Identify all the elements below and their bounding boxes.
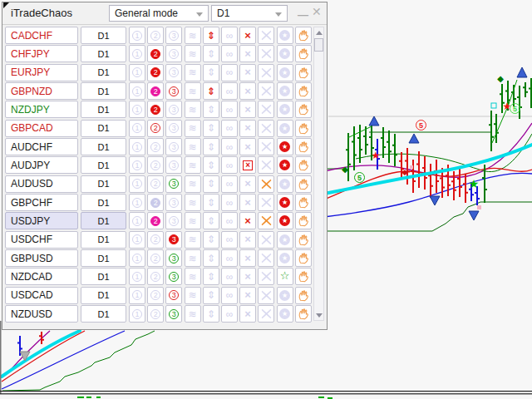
icon-cross[interactable] bbox=[258, 287, 274, 304]
icon-signal-1[interactable]: 1 bbox=[129, 305, 145, 323]
icon-hand[interactable] bbox=[295, 138, 312, 155]
icon-updown-arrows[interactable]: ⇕ bbox=[203, 212, 219, 229]
icon-close-x[interactable]: × bbox=[239, 268, 256, 285]
icon-close-x[interactable]: × bbox=[239, 138, 256, 155]
icon-star[interactable]: ★ bbox=[277, 249, 293, 267]
icon-updown-arrows[interactable]: ⇕ bbox=[203, 231, 219, 249]
icon-hand[interactable] bbox=[295, 45, 312, 62]
icon-waves[interactable]: ≋ bbox=[185, 82, 201, 100]
icon-updown-arrows[interactable]: ⇕ bbox=[203, 175, 219, 193]
icon-close-x[interactable]: × bbox=[239, 212, 256, 229]
icon-signal-2[interactable]: 2 bbox=[147, 305, 164, 323]
icon-updown-arrows[interactable]: ⇕ bbox=[203, 305, 219, 323]
icon-signal-1[interactable]: 1 bbox=[129, 156, 145, 174]
icon-signal-3[interactable]: 3 bbox=[165, 64, 182, 81]
icon-hand[interactable] bbox=[295, 64, 312, 81]
timeframe-cell[interactable]: D1 bbox=[81, 212, 126, 229]
icon-waves[interactable]: ≋ bbox=[185, 175, 201, 193]
pair-cell[interactable]: GBPCAD bbox=[5, 120, 78, 137]
icon-chain[interactable]: ∞ bbox=[221, 64, 238, 81]
icon-star[interactable]: ★ bbox=[277, 212, 293, 229]
timeframe-cell[interactable]: D1 bbox=[81, 156, 126, 174]
icon-cross[interactable] bbox=[258, 305, 274, 323]
icon-signal-1[interactable]: 1 bbox=[129, 175, 145, 193]
icon-updown-arrows[interactable]: ⇕ bbox=[203, 82, 219, 100]
icon-signal-1[interactable]: 1 bbox=[129, 268, 145, 285]
pair-cell[interactable]: AUDUSD bbox=[5, 175, 78, 193]
icon-signal-1[interactable]: 1 bbox=[129, 231, 145, 249]
icon-star[interactable]: ★ bbox=[277, 231, 293, 249]
icon-waves[interactable]: ≋ bbox=[185, 305, 201, 323]
icon-signal-3[interactable]: 3 bbox=[165, 287, 182, 304]
timeframe-cell[interactable]: D1 bbox=[81, 120, 126, 137]
icon-signal-2[interactable]: 2 bbox=[147, 268, 164, 285]
icon-signal-3[interactable]: 3 bbox=[165, 268, 182, 285]
icon-hand[interactable] bbox=[295, 231, 312, 249]
icon-signal-1[interactable]: 1 bbox=[129, 101, 145, 118]
icon-updown-arrows[interactable]: ⇕ bbox=[203, 138, 219, 155]
icon-hand[interactable] bbox=[295, 175, 312, 193]
icon-star[interactable]: ★ bbox=[277, 287, 293, 304]
timeframe-cell[interactable]: D1 bbox=[81, 249, 126, 267]
icon-signal-3[interactable]: 3 bbox=[165, 138, 182, 155]
icon-hand[interactable] bbox=[295, 27, 312, 44]
icon-signal-1[interactable]: 1 bbox=[129, 120, 145, 137]
icon-signal-1[interactable]: 1 bbox=[129, 45, 145, 62]
pair-cell[interactable]: USDCHF bbox=[5, 231, 78, 249]
icon-waves[interactable]: ≋ bbox=[185, 101, 201, 118]
icon-star[interactable]: ★ bbox=[277, 138, 293, 155]
icon-waves[interactable]: ≋ bbox=[185, 249, 201, 267]
icon-signal-2[interactable]: 2 bbox=[147, 120, 164, 137]
icon-cross[interactable] bbox=[258, 45, 274, 62]
icon-cross[interactable] bbox=[258, 212, 274, 229]
icon-signal-1[interactable]: 1 bbox=[129, 194, 145, 211]
icon-updown-arrows[interactable]: ⇕ bbox=[203, 156, 219, 174]
timeframe-cell[interactable]: D1 bbox=[81, 175, 126, 193]
icon-chain[interactable]: ∞ bbox=[221, 287, 238, 304]
icon-close-x[interactable]: × bbox=[239, 305, 256, 323]
icon-waves[interactable]: ≋ bbox=[185, 138, 201, 155]
icon-hand[interactable] bbox=[295, 101, 312, 118]
icon-chain[interactable]: ∞ bbox=[221, 212, 238, 229]
icon-hand[interactable] bbox=[295, 82, 312, 100]
icon-chain[interactable]: ∞ bbox=[221, 27, 238, 44]
pair-cell[interactable]: NZDJPY bbox=[5, 101, 78, 118]
icon-signal-2[interactable]: 2 bbox=[147, 156, 164, 174]
icon-signal-1[interactable]: 1 bbox=[129, 287, 145, 304]
icon-updown-arrows[interactable]: ⇕ bbox=[203, 268, 219, 285]
icon-signal-2[interactable]: 2 bbox=[147, 101, 164, 118]
icon-hand[interactable] bbox=[295, 120, 312, 137]
icon-cross[interactable] bbox=[258, 175, 274, 193]
icon-updown-arrows[interactable]: ⇕ bbox=[203, 101, 219, 118]
timeframe-cell[interactable]: D1 bbox=[81, 268, 126, 285]
pair-cell[interactable]: USDJPY bbox=[5, 212, 78, 229]
icon-cross[interactable] bbox=[258, 27, 274, 44]
icon-chain[interactable]: ∞ bbox=[221, 156, 238, 174]
icon-close-x[interactable]: × bbox=[239, 45, 256, 62]
icon-signal-2[interactable]: 2 bbox=[147, 231, 164, 249]
icon-updown-arrows[interactable]: ⇕ bbox=[203, 27, 219, 44]
icon-signal-2[interactable]: 2 bbox=[147, 64, 164, 81]
icon-signal-1[interactable]: 1 bbox=[129, 82, 145, 100]
icon-chain[interactable]: ∞ bbox=[221, 138, 238, 155]
icon-signal-3[interactable]: 3 bbox=[165, 27, 182, 44]
icon-close-x[interactable]: × bbox=[239, 64, 256, 81]
icon-waves[interactable]: ≋ bbox=[185, 287, 201, 304]
icon-signal-3[interactable]: 3 bbox=[165, 212, 182, 229]
icon-cross[interactable] bbox=[258, 138, 274, 155]
icon-chain[interactable]: ∞ bbox=[221, 231, 238, 249]
icon-waves[interactable]: ≋ bbox=[185, 27, 201, 44]
icon-chain[interactable]: ∞ bbox=[221, 268, 238, 285]
icon-waves[interactable]: ≋ bbox=[185, 194, 201, 211]
icon-close-x[interactable]: × bbox=[239, 82, 256, 100]
icon-signal-1[interactable]: 1 bbox=[129, 212, 145, 229]
icon-cross[interactable] bbox=[258, 101, 274, 118]
icon-signal-2[interactable]: 2 bbox=[147, 175, 164, 193]
timeframe-cell[interactable]: D1 bbox=[81, 194, 126, 211]
icon-hand[interactable] bbox=[295, 156, 312, 174]
icon-cross[interactable] bbox=[258, 268, 274, 285]
icon-cross[interactable] bbox=[258, 231, 274, 249]
icon-signal-1[interactable]: 1 bbox=[129, 64, 145, 81]
pair-cell[interactable]: GBPCHF bbox=[5, 194, 78, 211]
icon-close-x[interactable]: × bbox=[239, 156, 256, 174]
